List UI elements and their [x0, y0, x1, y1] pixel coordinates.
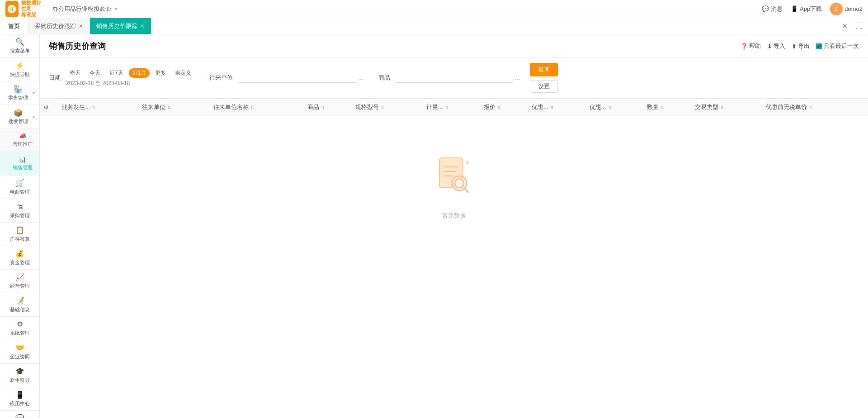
app-download-btn[interactable]: 📱 App下载 [791, 5, 822, 13]
sidebar-item-purchase[interactable]: 🛍 采购管理 [0, 199, 39, 223]
th-partner-name[interactable]: 往来单位名称 ⇅ [210, 99, 304, 116]
tab-bar: 首页 采购历史价跟踪 ✕ 销售历史价跟踪 ✕ ✕ ⛶ [0, 18, 868, 34]
th-unit[interactable]: 计量... ⇅ [423, 99, 480, 116]
sidebar-item-quick-nav[interactable]: ⚡ 快捷导航 [0, 58, 39, 81]
sort-spec-icon: ⇅ [381, 105, 384, 110]
th-product[interactable]: 商品 ⇅ [304, 99, 352, 116]
finance-icon: 💰 [15, 249, 24, 258]
th-quote[interactable]: 报价 ⇅ [480, 99, 528, 116]
sidebar-basic-info-label: 基础信息 [10, 306, 30, 313]
date-btn-yesterday[interactable]: 昨天 [66, 68, 84, 78]
sidebar-item-finance[interactable]: 💰 资金管理 [0, 246, 39, 270]
date-btn-more[interactable]: 更多 [151, 68, 170, 78]
sidebar-newbie-label: 新手引导 [10, 377, 30, 383]
th-partner-code[interactable]: 往来单位 ⇅ [138, 99, 209, 116]
user-area[interactable]: D demo2 [830, 3, 863, 15]
page-title: 销售历史价查询 [49, 41, 106, 52]
th-discount2[interactable]: 优惠... ⇅ [586, 99, 643, 116]
content-area: 销售历史价查询 ❓ 帮助 ⬇ 导入 ⬆ 导出 [40, 34, 868, 418]
purchase-icon: 🛍 [16, 203, 24, 211]
help-icon: ❓ [741, 43, 748, 50]
sidebar-item-ecommerce[interactable]: 🛒 电商管理 [0, 176, 39, 199]
tab-purchase-close[interactable]: ✕ [79, 23, 83, 29]
sidebar-system-label: 系统管理 [10, 330, 30, 336]
th-spec[interactable]: 规格型号 ⇅ [352, 99, 423, 116]
import-label: 导入 [774, 42, 785, 50]
tab-close-all-btn[interactable]: ✕ [839, 21, 850, 32]
sidebar-item-inventory[interactable]: 📋 库存核算 [0, 223, 39, 246]
date-btn-1month[interactable]: 近1月 [129, 68, 150, 78]
app-title-area[interactable]: 办公用品行业模拟账套 ▼ [52, 5, 118, 13]
export-label: 导出 [798, 42, 810, 50]
filter-section: 日期 昨天 今天 近7天 近1月 更多 自定义 2023-02-18 至 202… [40, 57, 868, 99]
sort-partner-code-icon: ⇅ [167, 105, 171, 110]
product-dots[interactable]: ... [515, 74, 521, 82]
th-trade-type[interactable]: 交易类型 ⇅ [691, 99, 762, 116]
sort-pre-tax-icon: ⇅ [809, 105, 812, 110]
th-pre-tax[interactable]: 优惠前无税单价 ⇅ [762, 99, 868, 116]
sidebar-ecommerce-label: 电商管理 [10, 189, 30, 195]
sidebar-item-enterprise[interactable]: 🤝 企业协同 [0, 340, 39, 364]
th-quantity[interactable]: 数量 ⇅ [643, 99, 691, 116]
avatar: D [830, 3, 843, 15]
sidebar-item-search[interactable]: 🔍 搜索菜单 [0, 34, 39, 58]
query-button[interactable]: 查询 [530, 63, 558, 76]
tab-sales-history[interactable]: 销售历史价跟踪 ✕ [90, 18, 151, 34]
sidebar-item-operations[interactable]: 📈 经营管理 [0, 270, 39, 293]
tab-home-label: 首页 [8, 22, 20, 30]
tab-actions: ✕ ⛶ [839, 18, 868, 34]
tab-sales-label: 销售历史价跟踪 [96, 22, 137, 30]
sidebar-retail-label: 零售管理 [8, 95, 28, 101]
help-link[interactable]: ❓ 帮助 [741, 42, 761, 50]
main-layout: 🔍 搜索菜单 ⚡ 快捷导航 🏪 零售管理 ▾ 📦 批发管理 ▴ 📣 营销推广 [0, 34, 868, 418]
tab-home[interactable]: 首页 [0, 18, 28, 34]
sidebar-item-app-center[interactable]: 📱 应用中心 [0, 387, 39, 411]
th-biz-date[interactable]: 业务发生... ⇅ [58, 99, 138, 116]
sidebar-item-retail[interactable]: 🏪 零售管理 ▾ [0, 81, 39, 105]
setting-button[interactable]: 设置 [530, 80, 558, 93]
import-link[interactable]: ⬇ 导入 [767, 42, 785, 50]
messages-btn[interactable]: 💬 消息 [762, 5, 783, 13]
sidebar-item-sales-mgmt[interactable]: 📊 销售管理 [0, 152, 39, 176]
tab-purchase-history[interactable]: 采购历史价跟踪 ✕ [28, 18, 90, 34]
sidebar-marketing-label: 营销推广 [13, 141, 33, 147]
sort-unit-icon: ⇅ [445, 105, 448, 110]
app-center-icon: 📱 [15, 390, 24, 399]
basic-info-icon: 📝 [15, 296, 24, 305]
date-btn-today[interactable]: 今天 [86, 68, 104, 78]
top-right-actions: 💬 消息 📱 App下载 D demo2 [762, 3, 863, 15]
logo-icon [5, 1, 19, 17]
sort-quote-icon: ⇅ [497, 105, 501, 110]
newbie-icon: 🎓 [15, 367, 24, 375]
partner-dots[interactable]: ... [358, 74, 363, 82]
sidebar-search-label: 搜索菜单 [10, 48, 30, 54]
sidebar-item-wholesale[interactable]: 📦 批发管理 ▴ [0, 105, 39, 128]
sidebar-enterprise-label: 企业协同 [10, 353, 30, 360]
date-btn-7days[interactable]: 近7天 [106, 68, 127, 78]
tab-sales-close[interactable]: ✕ [140, 23, 145, 29]
ecommerce-icon: 🛒 [15, 179, 24, 187]
th-discount1[interactable]: 优惠... ⇅ [528, 99, 585, 116]
enterprise-icon: 🤝 [15, 343, 24, 352]
sidebar-item-newbie[interactable]: 🎓 新手引导 [0, 364, 39, 387]
settings-icon[interactable]: ⚙ [43, 104, 49, 111]
sort-product-icon: ⇅ [321, 105, 325, 110]
username-label: demo2 [844, 5, 863, 12]
sidebar-item-enterprise-wechat[interactable]: 💬 企业微信 [0, 411, 39, 418]
help-label: 帮助 [749, 42, 761, 50]
only-last-input[interactable] [816, 43, 822, 49]
partner-input[interactable] [238, 73, 356, 83]
sort-discount2-icon: ⇅ [608, 105, 612, 110]
sidebar-item-basic-info[interactable]: 📝 基础信息 [0, 293, 39, 317]
date-btn-custom[interactable]: 自定义 [171, 68, 195, 78]
marketing-icon: 📣 [19, 133, 26, 139]
date-range-display: 2023-02-18 至 2023-03-18 [66, 80, 195, 87]
product-input[interactable] [396, 73, 513, 83]
only-last-checkbox[interactable]: 只看最后一次 [816, 42, 859, 50]
tab-maximize-btn[interactable]: ⛶ [854, 21, 864, 32]
sidebar-item-marketing[interactable]: 📣 营销推广 [0, 128, 39, 152]
sidebar-item-system[interactable]: ⚙ 系统管理 [0, 317, 39, 340]
import-icon: ⬇ [767, 43, 772, 50]
export-link[interactable]: ⬆ 导出 [792, 42, 810, 50]
quick-nav-icon: ⚡ [15, 61, 24, 70]
